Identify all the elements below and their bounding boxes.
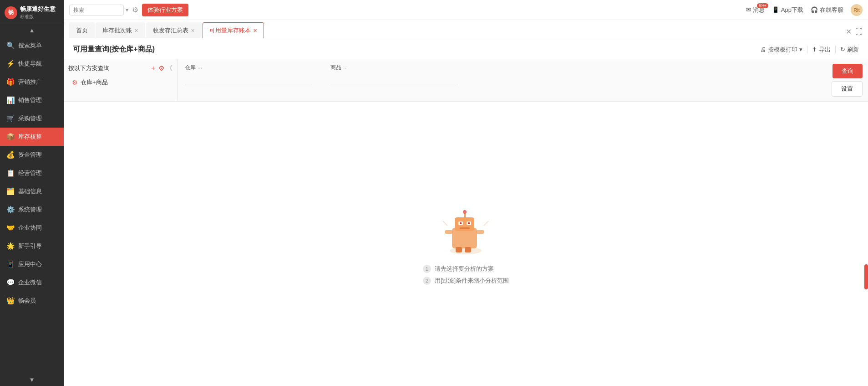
tab-0[interactable]: 首页 — [69, 22, 95, 38]
user-btn[interactable]: Rit — [851, 4, 863, 16]
sidebar-label-purchase: 采购管理 — [18, 114, 42, 123]
query-btn[interactable]: 查询 — [832, 64, 863, 78]
sidebar-label-appstore: 应用中心 — [18, 260, 42, 268]
chevron-down-icon[interactable]: ▾ — [126, 7, 128, 13]
refresh-btn[interactable]: ↻ 刷新 — [840, 46, 859, 54]
sidebar-icon-appstore: 📱 — [6, 260, 15, 268]
tab-3[interactable]: 可用量库存账本✕ — [203, 22, 264, 38]
sidebar-item-system[interactable]: ⚙️ 系统管理 — [0, 201, 64, 219]
hint-text-2: 用[过滤]条件来缩小分析范围 — [435, 277, 509, 285]
sidebar-label-newbie: 新手引导 — [18, 242, 42, 250]
gear-icon[interactable]: ⚙ — [132, 5, 138, 14]
sidebar-item-purchase[interactable]: 🛒 采购管理 — [0, 109, 64, 128]
content-area: 可用量查询(按仓库+商品) 🖨 按模板打印 ▾ ⬆ 导出 — [64, 38, 868, 386]
print-btn[interactable]: 🖨 按模板打印 ▾ — [760, 46, 802, 54]
sidebar-icon-operation: 📋 — [6, 169, 15, 177]
sidebar-item-collab[interactable]: 🤝 企业协同 — [0, 219, 64, 237]
logo-icon: 畅 — [5, 6, 17, 19]
search-input[interactable] — [69, 5, 124, 15]
sidebar-icon-quicknav: ⚡ — [6, 60, 15, 68]
sidebar-item-operation[interactable]: 📋 经营管理 — [0, 164, 64, 182]
print-chevron-icon[interactable]: ▾ — [799, 46, 802, 53]
sidebar-item-newbie[interactable]: 🌟 新手引导 — [0, 237, 64, 255]
message-btn[interactable]: ✉ 消息 99+ — [746, 6, 765, 14]
sidebar-label-inventory: 库存核算 — [18, 133, 42, 141]
filter-actions: 查询 设置 — [826, 59, 868, 101]
sidebar-item-search[interactable]: 🔍 搜索菜单 — [0, 36, 64, 55]
sidebar-label-basic: 基础信息 — [18, 187, 42, 196]
sidebar-item-basic[interactable]: 🗂️ 基础信息 — [0, 182, 64, 201]
svg-point-9 — [463, 210, 467, 214]
refresh-icon: ↻ — [840, 46, 845, 53]
message-icon: ✉ — [746, 6, 751, 13]
tab-list: 首页库存批次账✕收发存汇总表✕可用量库存账本✕ — [69, 22, 264, 38]
divider-2 — [835, 46, 836, 53]
goods-input[interactable] — [330, 73, 458, 84]
svg-rect-7 — [460, 227, 470, 229]
goods-more-btn[interactable]: ··· — [343, 65, 348, 71]
sidebar-item-marketing[interactable]: 🎁 营销推广 — [0, 73, 64, 91]
tab-close-2[interactable]: ✕ — [191, 28, 195, 33]
goods-field-label: 商品 ··· — [330, 64, 467, 72]
settings-btn[interactable]: 设置 — [832, 81, 863, 97]
filter-schemes-panel: 按以下方案查询 ＋ ⚙ 《 ⚙ 仓库+商品 — [64, 59, 178, 101]
sidebar-icon-inventory: 📦 — [6, 133, 15, 141]
sidebar-label-member: 畅会员 — [18, 297, 36, 305]
app-download-btn[interactable]: 📱 App下载 — [772, 6, 803, 14]
svg-rect-5 — [460, 222, 462, 224]
sidebar-scroll-down[interactable]: ▼ — [0, 374, 64, 386]
industry-btn[interactable]: 体验行业方案 — [142, 4, 188, 16]
collapse-panel-btn[interactable]: 《 — [166, 64, 173, 72]
scheme-item-0[interactable]: ⚙ 仓库+商品 — [68, 76, 173, 89]
svg-rect-12 — [456, 247, 462, 252]
manage-scheme-btn[interactable]: ⚙ — [158, 64, 164, 72]
page-header-row: 可用量查询(按仓库+商品) 🖨 按模板打印 ▾ ⬆ 导出 — [73, 45, 859, 54]
tab-2[interactable]: 收发存汇总表✕ — [146, 22, 202, 38]
svg-line-15 — [484, 221, 488, 226]
sidebar-item-finance[interactable]: 💰 资金管理 — [0, 146, 64, 164]
tab-label-2: 收发存汇总表 — [153, 26, 188, 35]
sidebar-icon-finance: 💰 — [6, 151, 15, 159]
tab-1[interactable]: 库存批次账✕ — [96, 22, 145, 38]
tab-close-3[interactable]: ✕ — [253, 28, 257, 33]
sidebar-item-inventory[interactable]: 📦 库存核算 — [0, 128, 64, 146]
scheme-icon-0: ⚙ — [72, 79, 78, 86]
main-content: 1 请先选择要分析的方案 2 用[过滤]条件来缩小分析范围 — [64, 102, 868, 386]
tab-close-1[interactable]: ✕ — [134, 28, 138, 33]
add-scheme-btn[interactable]: ＋ — [150, 64, 157, 72]
sidebar-label-quicknav: 快捷导航 — [18, 60, 42, 68]
sidebar-item-appstore[interactable]: 📱 应用中心 — [0, 255, 64, 273]
sidebar-icon-marketing: 🎁 — [6, 78, 15, 86]
warehouse-label-text: 仓库 — [185, 64, 196, 72]
sidebar-icon-sales: 📊 — [6, 96, 15, 104]
sidebar-icon-system: ⚙️ — [6, 206, 15, 214]
sidebar-item-member[interactable]: 👑 畅会员 — [0, 292, 64, 310]
hint-num-1: 1 — [423, 265, 431, 273]
service-btn[interactable]: 🎧 在线客服 — [811, 6, 843, 14]
empty-state: 1 请先选择要分析的方案 2 用[过滤]条件来缩小分析范围 — [423, 203, 509, 285]
warehouse-input[interactable] — [185, 73, 312, 84]
sidebar-item-sales[interactable]: 📊 销售管理 — [0, 91, 64, 109]
sidebar-item-quicknav[interactable]: ⚡ 快捷导航 — [0, 55, 64, 73]
main-area: ▾ ⚙ 体验行业方案 ✉ 消息 99+ 📱 App下载 🎧 在线客服 — [64, 0, 868, 386]
sidebar-scroll-up[interactable]: ▲ — [0, 24, 64, 36]
empty-svg-icon — [438, 203, 493, 257]
close-all-btn[interactable]: ✕ — [846, 27, 852, 36]
sidebar-label-system: 系统管理 — [18, 206, 42, 214]
app-download-label: App下载 — [781, 6, 803, 14]
scroll-indicator[interactable] — [864, 264, 868, 289]
page-title: 可用量查询(按仓库+商品) — [73, 45, 155, 54]
refresh-label: 刷新 — [847, 46, 859, 54]
warehouse-more-btn[interactable]: ··· — [198, 65, 202, 71]
tab-label-3: 可用量库存账本 — [209, 26, 251, 35]
filter-scheme-header: 按以下方案查询 ＋ ⚙ 《 — [68, 64, 173, 72]
app-edition: 标准版 — [20, 14, 56, 20]
app-title: 畅康通好生意 — [20, 5, 56, 13]
export-btn[interactable]: ⬆ 导出 — [812, 46, 831, 54]
print-label: 按模板打印 — [768, 46, 797, 54]
expand-btn[interactable]: ⛶ — [855, 28, 863, 36]
sidebar-icon-search: 🔍 — [6, 41, 15, 50]
service-label: 在线客服 — [820, 6, 843, 14]
sidebar-header: 畅 畅康通好生意 标准版 — [0, 0, 64, 24]
sidebar-item-wechat[interactable]: 💬 企业微信 — [0, 273, 64, 292]
